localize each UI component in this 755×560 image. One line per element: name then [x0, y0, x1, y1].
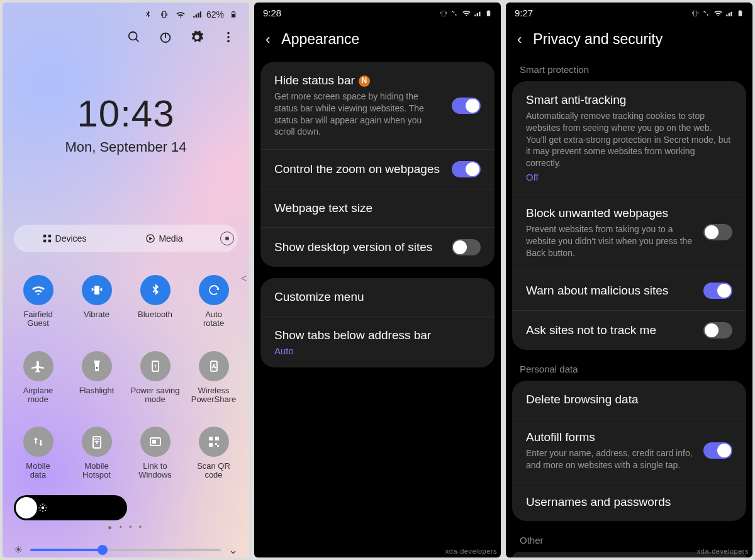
toggle-switch[interactable] — [452, 98, 481, 114]
toggle-switch[interactable] — [703, 442, 732, 459]
setting-row[interactable]: Customize menu — [260, 278, 495, 316]
row-title: Hide status barN — [274, 73, 443, 88]
qs-tile-powersave[interactable]: Power savingmode — [126, 351, 184, 405]
svg-rect-1 — [233, 11, 235, 13]
svg-rect-30 — [488, 10, 489, 11]
row-subtitle: Get more screen space by hiding the stat… — [274, 91, 443, 138]
flashlight-icon — [82, 351, 112, 381]
setting-row[interactable]: Delete browsing data — [512, 381, 746, 419]
page-header: ‹ Privacy and security — [506, 21, 752, 62]
row-subtitle: Automatically remove tracking cookies to… — [526, 110, 732, 169]
svg-rect-10 — [43, 240, 45, 242]
chip-devices-label: Devices — [55, 233, 87, 244]
svg-rect-33 — [739, 10, 741, 11]
qs-grid: FairfieldGuestVibrateBluetoothAutorotate… — [9, 275, 243, 480]
svg-marker-13 — [150, 237, 153, 240]
devices-icon — [43, 234, 52, 243]
qs-tile-flashlight[interactable]: Flashlight — [67, 351, 126, 405]
qs-tile-bluetooth[interactable]: Bluetooth — [126, 275, 184, 328]
svg-rect-15 — [96, 367, 98, 369]
qs-tile-rotate[interactable]: Autorotate — [184, 275, 243, 328]
chip-devices[interactable]: Devices — [18, 228, 111, 249]
qs-label: Flashlight — [79, 386, 115, 395]
row-subtitle: Enter your name, address, credit card in… — [526, 447, 695, 471]
setting-row[interactable]: Webpage text size — [260, 189, 495, 228]
svg-point-5 — [227, 32, 230, 35]
toggle-switch[interactable] — [452, 161, 481, 177]
row-title: Customize menu — [274, 289, 481, 305]
svg-rect-24 — [209, 443, 213, 447]
chevron-left-icon[interactable]: < — [241, 273, 247, 284]
qs-label: Mobiledata — [26, 462, 50, 480]
svg-point-3 — [129, 32, 137, 40]
powershare-icon — [199, 351, 229, 381]
chip-media[interactable]: Media — [118, 228, 211, 249]
toggle-switch[interactable] — [452, 239, 481, 255]
clock-time: 10:43 — [3, 92, 249, 135]
power-icon[interactable] — [159, 30, 172, 44]
setting-row[interactable]: Autofill formsEnter your name, address, … — [512, 418, 746, 483]
row-title: Usernames and passwords — [526, 495, 732, 510]
qs-tile-wifi[interactable]: FairfieldGuest — [9, 275, 67, 328]
toggle-switch[interactable] — [703, 283, 732, 299]
search-icon[interactable] — [127, 30, 141, 44]
svg-point-19 — [96, 442, 98, 444]
brightness-slider[interactable] — [30, 549, 221, 551]
qs-tile-powershare[interactable]: WirelessPowerShare — [184, 351, 243, 405]
setting-row[interactable]: Smart anti-trackingAutomatically remove … — [512, 81, 746, 194]
setting-row[interactable]: Show desktop version of sites — [260, 228, 495, 267]
screen-quick-settings: 62% 10:43 Mon, September 14 Devices Medi… — [3, 3, 249, 557]
qs-label: Vibrate — [84, 310, 109, 319]
wifi-icon — [23, 275, 53, 305]
row-value: Auto — [274, 345, 481, 356]
toggle-switch[interactable] — [703, 224, 732, 240]
gear-icon[interactable] — [190, 30, 204, 44]
svg-rect-22 — [209, 437, 213, 440]
qs-tile-qr[interactable]: Scan QRcode — [184, 427, 243, 480]
qs-label: Autorotate — [203, 310, 224, 328]
qs-tile-mobiledata[interactable]: Mobiledata — [9, 427, 67, 480]
setting-row[interactable]: Block unwanted webpagesPrevent websites … — [512, 194, 746, 271]
svg-rect-8 — [43, 235, 45, 237]
qs-label: Scan QRcode — [197, 462, 230, 480]
qs-tile-link[interactable]: Link toWindows — [126, 427, 184, 480]
dark-mode-pill[interactable] — [14, 495, 127, 520]
qs-tile-vibrate[interactable]: Vibrate — [67, 275, 126, 328]
qs-label: Power savingmode — [130, 386, 179, 405]
row-title: Webpage text size — [274, 201, 481, 216]
svg-rect-11 — [48, 240, 50, 242]
rotate-icon — [199, 275, 229, 305]
svg-rect-23 — [215, 437, 219, 440]
back-icon[interactable]: ‹ — [517, 31, 522, 48]
svg-rect-21 — [152, 440, 156, 444]
setting-row[interactable]: Hide status barNGet more screen space by… — [260, 62, 495, 150]
back-icon[interactable]: ‹ — [266, 31, 270, 48]
setting-row[interactable]: Show tabs below address barAuto — [260, 316, 495, 367]
wifi-status-icon — [174, 8, 187, 21]
qs-label: Airplanemode — [23, 386, 53, 405]
row-title: Autofill forms — [526, 430, 695, 445]
toggle-switch[interactable] — [703, 322, 732, 339]
setting-row[interactable]: Usernames and passwords — [512, 483, 746, 521]
setting-row[interactable]: Ask sites not to track me — [512, 311, 746, 350]
svg-point-6 — [227, 36, 230, 38]
svg-rect-29 — [487, 11, 491, 16]
more-icon[interactable] — [221, 30, 235, 44]
page-dots: ● • • • — [3, 523, 249, 532]
privacy-group-2: Delete browsing dataAutofill formsEnter … — [512, 381, 746, 521]
chevron-down-icon[interactable]: ⌄ — [228, 543, 238, 557]
clock-date: Mon, September 14 — [3, 139, 249, 155]
target-icon[interactable] — [220, 232, 234, 245]
qs-label: WirelessPowerShare — [191, 386, 237, 405]
svg-point-7 — [227, 40, 230, 43]
setting-row[interactable]: Control the zoom on webpages — [260, 150, 495, 189]
brightness-row: ☀ ⌄ — [14, 543, 238, 557]
setting-row[interactable]: Warn about malicious sites — [512, 271, 746, 311]
qs-label: MobileHotspot — [82, 462, 111, 480]
new-badge: N — [359, 76, 370, 87]
page-header: ‹ Appearance — [254, 21, 501, 62]
qs-tile-hotspot[interactable]: MobileHotspot — [67, 427, 126, 480]
qs-tile-airplane[interactable]: Airplanemode — [9, 351, 67, 405]
svg-rect-9 — [48, 235, 50, 237]
qs-label: Bluetooth — [138, 310, 172, 319]
